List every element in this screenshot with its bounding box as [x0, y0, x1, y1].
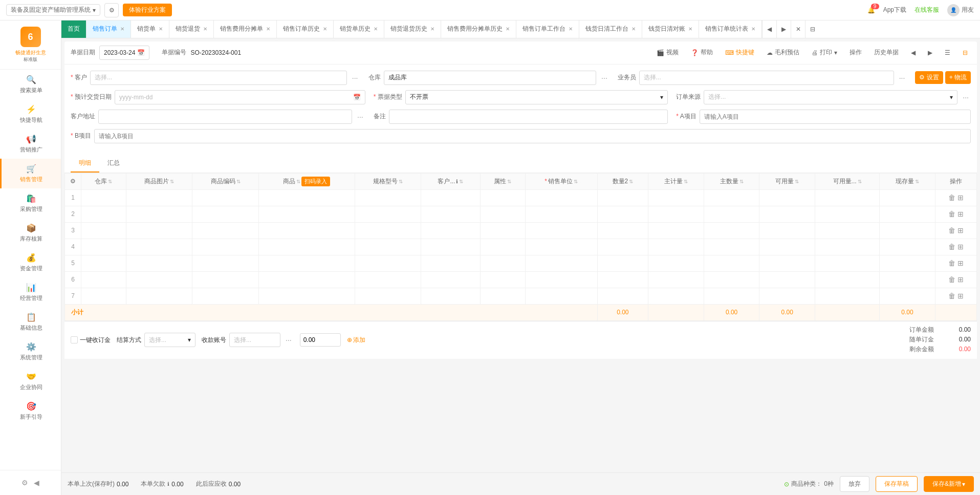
tab-close-expense-split[interactable]: ✕ [266, 26, 270, 32]
cell-warehouse-2[interactable] [81, 206, 126, 222]
delete-row-2-icon[interactable]: 🗑 [948, 210, 955, 218]
tab-sales-return[interactable]: 销货退货 ✕ [169, 20, 214, 38]
cell-mainqty-1[interactable] [704, 189, 759, 206]
cell-mainunit-4[interactable] [648, 239, 704, 255]
copy-row-3-icon[interactable]: ⊞ [957, 226, 964, 234]
date-input[interactable]: 2023-03-24 📅 [99, 46, 149, 60]
customer-address-select[interactable] [98, 110, 352, 124]
app-selector[interactable]: 装备及固定资产辅助管理系统 ▾ [6, 4, 100, 16]
cell-actions-5[interactable]: 🗑 ⊞ [935, 255, 976, 271]
col-sales-unit-sort[interactable]: * 销售单位 ⇅ [530, 177, 593, 186]
tab-return-history[interactable]: 销货退货历史 ✕ [384, 20, 441, 38]
cell-product-4[interactable] [258, 239, 355, 255]
tab-close-order-stats[interactable]: ✕ [751, 26, 755, 32]
nav-item-search[interactable]: 🔍 搜索菜单 [0, 70, 61, 99]
col-available2-sort[interactable]: 可用量... ⇅ [819, 177, 875, 186]
tab-summary[interactable]: 汇总 [99, 155, 128, 173]
col-customer-code-sort[interactable]: 客户... ℹ ⇅ [425, 177, 476, 186]
tab-close-sales-order[interactable]: ✕ [120, 26, 124, 32]
tab-expense-split[interactable]: 销售费用分摊单 ✕ [214, 20, 277, 38]
col-qty2-sort[interactable]: 数量2 ⇅ [602, 177, 644, 186]
cell-spec-7[interactable] [355, 288, 421, 304]
col-product-name-sort[interactable]: 商品 ⇅ 扫码录入 [263, 177, 351, 186]
check-box-icon[interactable] [71, 336, 78, 343]
tab-close-sales-return[interactable]: ✕ [203, 26, 207, 32]
customer-more-btn[interactable]: ··· [350, 74, 360, 82]
cell-warehouse-5[interactable] [81, 255, 126, 271]
tab-expense-history[interactable]: 销售费用分摊单历史 ✕ [441, 20, 516, 38]
cell-custcode-5[interactable] [421, 255, 481, 271]
cell-warehouse-7[interactable] [81, 288, 126, 304]
view-btn[interactable]: 🎬 视频 [654, 47, 682, 58]
settings-button[interactable]: ⚙ [104, 3, 119, 17]
cell-qty2-3[interactable] [597, 222, 648, 239]
col-current-stock-sort[interactable]: 现存量 ⇅ [884, 177, 931, 186]
history-btn[interactable]: 历史单据 [871, 47, 902, 58]
a-project-input[interactable] [700, 110, 971, 124]
cell-actions-4[interactable]: 🗑 ⊞ [935, 239, 976, 255]
tab-close-invoice-history[interactable]: ✕ [374, 26, 378, 32]
cell-mainunit-5[interactable] [648, 255, 704, 271]
cell-code-2[interactable] [192, 206, 258, 222]
cell-warehouse-4[interactable] [81, 239, 126, 255]
tab-prev-button[interactable]: ◀ [762, 20, 776, 38]
one-click-payment-checkbox[interactable]: 一键收订金 [71, 336, 111, 345]
tab-invoice-history[interactable]: 销货单历史 ✕ [334, 20, 384, 38]
cell-attr-4[interactable] [480, 239, 525, 255]
cell-unit-2[interactable] [525, 206, 597, 222]
cell-product-1[interactable] [258, 189, 355, 206]
b-project-input[interactable] [94, 129, 971, 143]
cell-unit-7[interactable] [525, 288, 597, 304]
salesperson-more-btn[interactable]: ··· [897, 74, 907, 82]
add-payment-button[interactable]: ⊕ 添加 [347, 336, 365, 345]
cell-attr-6[interactable] [480, 271, 525, 288]
cell-code-3[interactable] [192, 222, 258, 239]
nav-item-inventory[interactable]: 📦 库存核算 [0, 218, 61, 248]
save-new-button[interactable]: 保存&新增 ▾ [924, 476, 974, 492]
cell-code-7[interactable] [192, 288, 258, 304]
tab-next-button[interactable]: ▶ [776, 20, 791, 38]
nav-item-system[interactable]: ⚙️ 系统管理 [0, 337, 61, 367]
nav-item-quick[interactable]: ⚡ 快捷导航 [0, 99, 61, 129]
online-service-link[interactable]: 在线客服 [914, 6, 939, 14]
cell-qty2-2[interactable] [597, 206, 648, 222]
nav-item-purchase[interactable]: 🛍️ 采购管理 [0, 188, 61, 218]
tab-order-history[interactable]: 销售订单历史 ✕ [277, 20, 334, 38]
cell-qty2-5[interactable] [597, 255, 648, 271]
help-btn[interactable]: ❓ 帮助 [688, 47, 716, 58]
col-product-image-sort[interactable]: 商品图片 ⇅ [130, 177, 188, 186]
cell-mainqty-6[interactable] [704, 271, 759, 288]
col-available-sort[interactable]: 可用量 ⇅ [764, 177, 811, 186]
nav-item-collab[interactable]: 🤝 企业协同 [0, 367, 61, 396]
cell-code-4[interactable] [192, 239, 258, 255]
settings-right-btn[interactable]: ⚙ 设置 [915, 71, 943, 84]
cell-mainqty-7[interactable] [704, 288, 759, 304]
form-view-btn[interactable]: ⊟ [960, 48, 971, 57]
tab-daily-clear-workbench[interactable]: 钱货日清工作台 ✕ [579, 20, 642, 38]
cell-actions-2[interactable]: 🗑 ⊞ [935, 206, 976, 222]
payment-amount-input[interactable] [300, 333, 341, 347]
cell-actions-3[interactable]: 🗑 ⊞ [935, 222, 976, 239]
nav-item-basic-info[interactable]: 📋 基础信息 [0, 307, 61, 337]
cell-custcode-4[interactable] [421, 239, 481, 255]
save-draft-button[interactable]: 保存草稿 [876, 476, 918, 492]
delete-row-5-icon[interactable]: 🗑 [948, 259, 955, 267]
cell-mainqty-3[interactable] [704, 222, 759, 239]
cell-mainunit-3[interactable] [648, 222, 704, 239]
cell-custcode-7[interactable] [421, 288, 481, 304]
cell-code-5[interactable] [192, 255, 258, 271]
bank-account-more-btn[interactable]: ··· [284, 336, 294, 344]
nav-item-sales[interactable]: 🛒 销售管理 [0, 159, 61, 188]
copy-row-2-icon[interactable]: ⊞ [957, 210, 964, 218]
col-spec-sort[interactable]: 规格型号 ⇅ [359, 177, 417, 186]
cell-product-5[interactable] [258, 255, 355, 271]
user-area[interactable]: 👤 用友 [947, 4, 974, 16]
col-product-code-sort[interactable]: 商品编码 ⇅ [197, 177, 254, 186]
cell-unit-6[interactable] [525, 271, 597, 288]
cell-attr-1[interactable] [480, 189, 525, 206]
cell-custcode-3[interactable] [421, 222, 481, 239]
cell-unit-5[interactable] [525, 255, 597, 271]
tab-close-return-history[interactable]: ✕ [430, 26, 434, 32]
tab-close-workbench[interactable]: ✕ [569, 26, 573, 32]
col-main-unit-sort[interactable]: 主计量 ⇅ [652, 177, 700, 186]
